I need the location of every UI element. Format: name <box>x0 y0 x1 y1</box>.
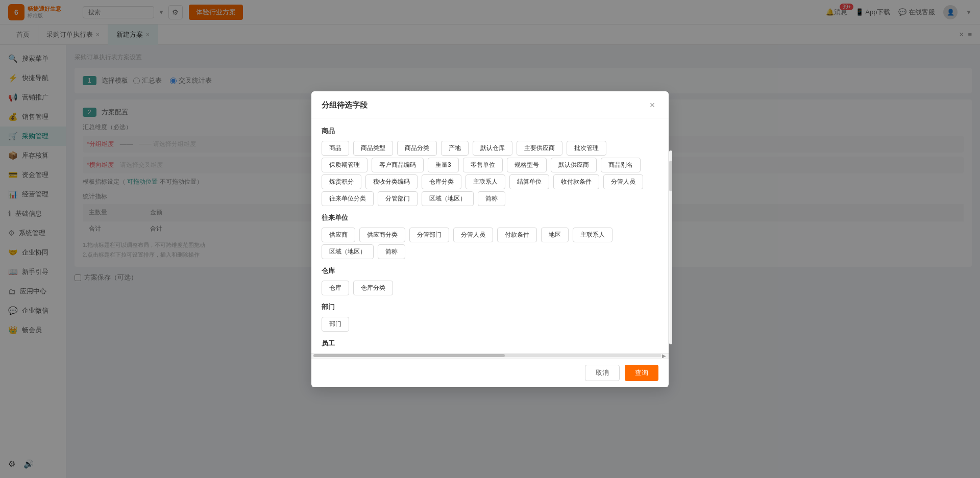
field-tag[interactable]: 商品类型 <box>353 141 393 156</box>
field-tag[interactable]: 税收分类编码 <box>365 174 418 189</box>
field-tag[interactable]: 商品别名 <box>601 158 641 172</box>
field-tag[interactable]: 默认仓库 <box>473 141 512 156</box>
fields-row-partners-2: 区域（地区） 简称 <box>322 244 658 259</box>
field-tag[interactable]: 保质期管理 <box>322 158 368 172</box>
modal-footer: 取消 查询 <box>311 358 669 387</box>
fields-row-goods-3: 炼货积分 税收分类编码 仓库分类 主联系人 结算单位 收付款条件 分管人员 <box>322 174 658 189</box>
field-tag[interactable]: 简称 <box>378 244 405 259</box>
field-tag[interactable]: 商品分类 <box>397 141 437 156</box>
modal-close-button[interactable]: × <box>646 99 658 112</box>
modal: 分组待选字段 × 商品 商品 商品类型 商品分类 产地 默认仓库 主要供应商 批… <box>311 91 669 387</box>
modal-title: 分组待选字段 <box>322 100 368 110</box>
fields-row-goods-2: 保质期管理 客户商品编码 重量3 零售单位 规格型号 默认供应商 商品别名 <box>322 158 658 172</box>
modal-header: 分组待选字段 × <box>311 91 669 118</box>
field-tag[interactable]: 供应商 <box>322 228 355 242</box>
field-tag[interactable]: 批次管理 <box>567 141 606 156</box>
field-tag[interactable]: 仓库 <box>322 281 349 295</box>
field-tag[interactable]: 仓库分类 <box>422 174 461 189</box>
fields-row-warehouse: 仓库 仓库分类 <box>322 281 658 295</box>
confirm-button[interactable]: 查询 <box>625 365 658 381</box>
field-tag[interactable]: 主联系人 <box>573 228 612 242</box>
field-tag[interactable]: 分管人员 <box>453 228 493 242</box>
field-tag[interactable]: 简称 <box>478 191 505 206</box>
v-scrollbar-thumb <box>669 161 672 191</box>
field-tag[interactable]: 分管部门 <box>378 191 418 206</box>
fields-row-goods-1: 商品 商品类型 商品分类 产地 默认仓库 主要供应商 批次管理 <box>322 141 658 156</box>
field-tag[interactable]: 产地 <box>441 141 469 156</box>
field-tag[interactable]: 仓库分类 <box>353 281 393 295</box>
scroll-right-arrow[interactable]: ▶ <box>662 353 667 358</box>
field-tag[interactable]: 分管部门 <box>409 228 449 242</box>
field-tag[interactable]: 客户商品编码 <box>372 158 424 172</box>
field-tag[interactable]: 往来单位分类 <box>322 191 374 206</box>
field-tag[interactable]: 商品 <box>322 141 349 156</box>
fields-row-goods-4: 往来单位分类 分管部门 区域（地区） 简称 <box>322 191 658 206</box>
field-tag[interactable]: 默认供应商 <box>551 158 597 172</box>
section-title-staff: 员工 <box>322 339 658 348</box>
fields-row-dept: 部门 <box>322 317 658 332</box>
scrollbar-track <box>313 354 662 357</box>
field-tag[interactable]: 主要供应商 <box>517 141 562 156</box>
cancel-button[interactable]: 取消 <box>585 365 620 381</box>
section-title-goods: 商品 <box>322 127 658 136</box>
section-title-dept: 部门 <box>322 303 658 312</box>
field-tag[interactable]: 部门 <box>322 317 349 332</box>
v-scrollbar-track <box>669 150 672 344</box>
modal-body: 商品 商品 商品类型 商品分类 产地 默认仓库 主要供应商 批次管理 保质期管理… <box>311 118 669 353</box>
field-tag[interactable]: 炼货积分 <box>322 174 361 189</box>
field-tag[interactable]: 主联系人 <box>465 174 505 189</box>
modal-overlay: 分组待选字段 × 商品 商品 商品类型 商品分类 产地 默认仓库 主要供应商 批… <box>0 0 980 478</box>
fields-row-partners-1: 供应商 供应商分类 分管部门 分管人员 付款条件 地区 主联系人 <box>322 228 658 242</box>
field-tag[interactable]: 区域（地区） <box>422 191 474 206</box>
section-title-warehouse: 仓库 <box>322 266 658 275</box>
modal-vertical-scrollbar[interactable] <box>669 150 673 344</box>
modal-horizontal-scrollbar[interactable]: ▶ <box>311 353 669 358</box>
scrollbar-thumb <box>313 354 505 357</box>
section-title-partners: 往来单位 <box>322 213 658 222</box>
field-tag[interactable]: 付款条件 <box>497 228 537 242</box>
field-tag[interactable]: 零售单位 <box>463 158 503 172</box>
field-tag[interactable]: 重量3 <box>428 158 459 172</box>
field-tag[interactable]: 分管人员 <box>603 174 643 189</box>
field-tag[interactable]: 供应商分类 <box>359 228 405 242</box>
field-tag[interactable]: 区域（地区） <box>322 244 374 259</box>
field-tag[interactable]: 地区 <box>541 228 569 242</box>
field-tag[interactable]: 规格型号 <box>507 158 547 172</box>
field-tag[interactable]: 结算单位 <box>509 174 549 189</box>
field-tag[interactable]: 收付款条件 <box>553 174 599 189</box>
